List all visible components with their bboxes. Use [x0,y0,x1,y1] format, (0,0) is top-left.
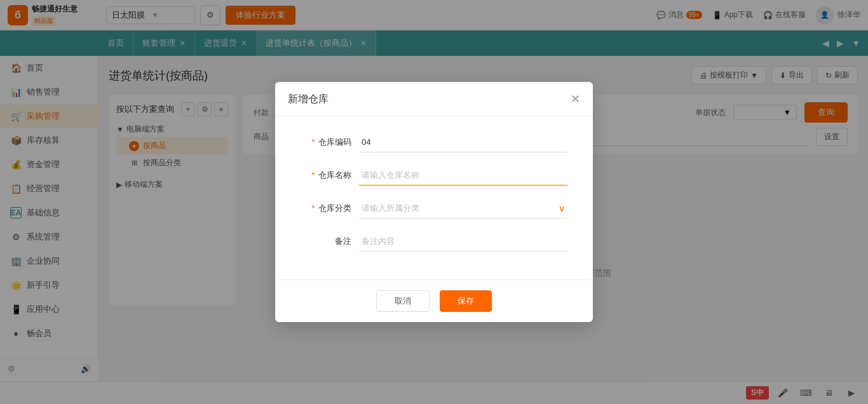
warehouse-name-input[interactable] [359,165,567,185]
name-required: * [311,170,315,180]
category-label-text: 仓库分类 [318,203,351,213]
warehouse-code-input[interactable] [359,132,567,152]
name-label-text: 仓库名称 [318,170,351,180]
category-placeholder: 请输入所属分类 [362,203,419,214]
category-required: * [311,203,315,213]
note-label: 备注 [301,236,351,247]
modal-overlay[interactable]: 新增仓库 ✕ * 仓库编码 * 仓库名称 [0,0,868,404]
dialog-body: * 仓库编码 * 仓库名称 * 仓库分类 请输入 [275,117,593,279]
cancel-button[interactable]: 取消 [376,290,430,312]
warehouse-category-row: * 仓库分类 请输入所属分类 ∨ [301,198,567,219]
category-label: * 仓库分类 [301,203,351,214]
code-required: * [311,137,315,147]
warehouse-note-input[interactable] [359,231,567,252]
save-button[interactable]: 保存 [440,290,492,312]
code-label: * 仓库编码 [301,137,351,148]
warehouse-note-row: 备注 [301,231,567,252]
category-dropdown-arrow: ∨ [559,203,565,213]
dialog-close-button[interactable]: ✕ [571,92,580,106]
dialog-title: 新增仓库 [288,93,329,106]
warehouse-category-select[interactable]: 请输入所属分类 ∨ [359,198,567,219]
note-label-text: 备注 [335,236,351,246]
dialog-footer: 取消 保存 [275,279,593,322]
code-label-text: 仓库编码 [318,137,351,147]
warehouse-code-row: * 仓库编码 [301,132,567,152]
dialog-header: 新增仓库 ✕ [275,82,593,117]
new-warehouse-dialog: 新增仓库 ✕ * 仓库编码 * 仓库名称 [275,82,593,322]
name-label: * 仓库名称 [301,170,351,181]
warehouse-name-row: * 仓库名称 [301,165,567,185]
